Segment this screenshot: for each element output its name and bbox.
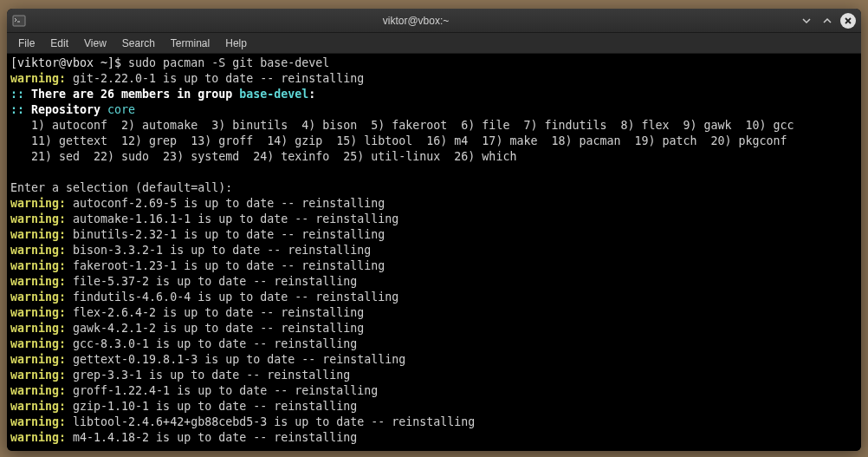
warning-text: autoconf-2.69-5 is up to date -- reinsta…	[66, 197, 385, 210]
group-name: base-devel	[239, 88, 308, 101]
warning-text: bison-3.3.2-1 is up to date -- reinstall…	[66, 244, 371, 257]
warning-text: groff-1.22.4-1 is up to date -- reinstal…	[66, 384, 378, 397]
warning-line: warning: libtool-2.4.6+42+gb88cebd5-3 is…	[10, 415, 858, 430]
close-button[interactable]	[840, 13, 856, 29]
group-prefix: ::	[10, 88, 31, 101]
window-controls	[799, 13, 856, 29]
warning-line: warning: m4-1.4.18-2 is up to date -- re…	[10, 430, 858, 446]
warning-text: gawk-4.2.1-2 is up to date -- reinstalli…	[66, 322, 364, 335]
warning-line: warning: fakeroot-1.23-1 is up to date -…	[10, 258, 858, 274]
packages-line-3: 21) sed 22) sudo 23) systemd 24) texinfo…	[10, 149, 858, 165]
menu-terminal[interactable]: Terminal	[163, 35, 217, 52]
packages-line-1: 1) autoconf 2) automake 3) binutils 4) b…	[10, 118, 858, 134]
warning-line: warning: grep-3.3-1 is up to date -- rei…	[10, 368, 858, 383]
warning-line: warning: gcc-8.3.0-1 is up to date -- re…	[10, 336, 858, 352]
selection-prompt: Enter a selection (default=all):	[10, 180, 858, 196]
repo-name: core	[107, 103, 135, 116]
warning-label: warning:	[10, 259, 66, 272]
prompt-line: [viktor@vbox ~]$ sudo pacman -S git base…	[10, 55, 858, 71]
warning-label: warning:	[10, 72, 66, 85]
warning-label: warning:	[10, 384, 66, 397]
warning-text: fakeroot-1.23-1 is up to date -- reinsta…	[66, 259, 385, 272]
warning-text: automake-1.16.1-1 is up to date -- reins…	[66, 212, 398, 225]
blank-line	[10, 165, 858, 180]
terminal-icon	[12, 14, 26, 28]
packages-line-2: 11) gettext 12) grep 13) groff 14) gzip …	[10, 134, 858, 149]
minimize-button[interactable]	[799, 13, 814, 29]
warning-text: binutils-2.32-1 is up to date -- reinsta…	[66, 228, 385, 241]
warning-line: warning: binutils-2.32-1 is up to date -…	[10, 227, 858, 243]
warning-text: findutils-4.6.0-4 is up to date -- reins…	[66, 291, 398, 304]
menu-search[interactable]: Search	[114, 35, 163, 52]
warning-label: warning:	[10, 431, 66, 444]
warning-label: warning:	[10, 415, 66, 428]
warning-line: warning: autoconf-2.69-5 is up to date -…	[10, 196, 858, 212]
group-text: There are 26 members in group	[31, 88, 239, 101]
warning-line: warning: findutils-4.6.0-4 is up to date…	[10, 290, 858, 305]
svg-rect-0	[13, 16, 25, 26]
warning-label: warning:	[10, 212, 66, 225]
warning-text: gcc-8.3.0-1 is up to date -- reinstallin…	[66, 337, 357, 350]
menubar: File Edit View Search Terminal Help	[7, 33, 861, 54]
command-text: sudo pacman -S git base-devel	[128, 56, 329, 69]
warning-label: warning:	[10, 369, 66, 382]
group-line: :: There are 26 members in group base-de…	[10, 87, 858, 102]
warning-line: warning: gzip-1.10-1 is up to date -- re…	[10, 399, 858, 415]
warning-line: warning: git-2.22.0-1 is up to date -- r…	[10, 71, 858, 87]
warning-line: warning: flex-2.6.4-2 is up to date -- r…	[10, 305, 858, 321]
warning-label: warning:	[10, 275, 66, 288]
warning-text: gzip-1.10-1 is up to date -- reinstallin…	[66, 400, 357, 413]
warning-label: warning:	[10, 337, 66, 350]
menu-help[interactable]: Help	[217, 35, 255, 52]
warning-line: warning: gettext-0.19.8.1-3 is up to dat…	[10, 352, 858, 368]
warning-label: warning:	[10, 244, 66, 257]
warning-label: warning:	[10, 322, 66, 335]
terminal-window: viktor@vbox:~ File Edit View Search Term…	[7, 9, 861, 451]
warning-text: m4-1.4.18-2 is up to date -- reinstallin…	[66, 431, 357, 444]
warning-label: warning:	[10, 197, 66, 210]
warning-text: git-2.22.0-1 is up to date -- reinstalli…	[66, 72, 364, 85]
maximize-button[interactable]	[819, 13, 835, 29]
warning-line: warning: file-5.37-2 is up to date -- re…	[10, 274, 858, 290]
warning-line: warning: groff-1.22.4-1 is up to date --…	[10, 383, 858, 399]
menu-file[interactable]: File	[10, 35, 42, 52]
warning-label: warning:	[10, 306, 66, 319]
terminal-content[interactable]: [viktor@vbox ~]$ sudo pacman -S git base…	[7, 54, 861, 451]
prompt-prefix: [viktor@vbox ~]$	[10, 56, 128, 69]
warning-line: warning: gawk-4.2.1-2 is up to date -- r…	[10, 321, 858, 336]
warning-label: warning:	[10, 400, 66, 413]
titlebar: viktor@vbox:~	[7, 9, 861, 33]
warning-text: grep-3.3-1 is up to date -- reinstalling	[66, 369, 350, 382]
warning-text: file-5.37-2 is up to date -- reinstallin…	[66, 275, 357, 288]
menu-view[interactable]: View	[76, 35, 114, 52]
warning-text: gettext-0.19.8.1-3 is up to date -- rein…	[66, 353, 405, 366]
repo-line: :: Repository core	[10, 102, 858, 118]
window-title: viktor@vbox:~	[33, 15, 799, 27]
menu-edit[interactable]: Edit	[42, 35, 76, 52]
warning-label: warning:	[10, 353, 66, 366]
warning-text: libtool-2.4.6+42+gb88cebd5-3 is up to da…	[66, 415, 475, 428]
repo-prefix: ::	[10, 103, 31, 116]
warning-line: warning: bison-3.3.2-1 is up to date -- …	[10, 243, 858, 258]
warning-line: warning: automake-1.16.1-1 is up to date…	[10, 212, 858, 227]
warning-label: warning:	[10, 291, 66, 304]
repo-label: Repository	[31, 103, 107, 116]
warning-text: flex-2.6.4-2 is up to date -- reinstalli…	[66, 306, 364, 319]
group-colon: :	[308, 88, 315, 101]
warning-label: warning:	[10, 228, 66, 241]
